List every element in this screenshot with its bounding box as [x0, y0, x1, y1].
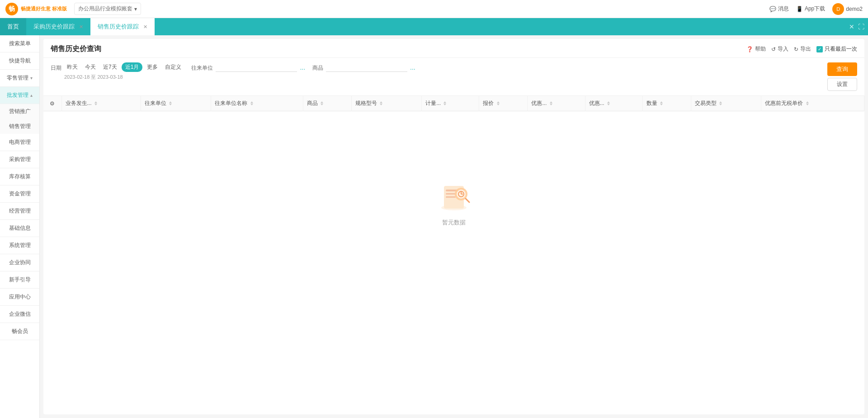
table-container: ⚙ 业务发生... 往来单位 往来单位名称 [43, 96, 864, 414]
maximize-icon[interactable]: ⛶ [858, 23, 864, 30]
logo-text: 畅捷通好生意 标准版 [21, 5, 67, 12]
tab-purchase-history[interactable]: 采购历史价跟踪 ✕ [26, 18, 90, 35]
logo-icon: 畅 [5, 3, 18, 15]
chevron-down-icon: ▾ [134, 6, 137, 12]
sidebar-item-ops-mgmt[interactable]: 经营管理 [0, 203, 39, 220]
date-btn-7days[interactable]: 近7天 [100, 62, 120, 72]
sidebar-item-marketing-promo[interactable]: 营销推广 [0, 104, 39, 119]
sales-history-tab-label: 销售历史价跟踪 [98, 23, 139, 31]
table-col-gear[interactable]: ⚙ [43, 96, 61, 111]
app-selector[interactable]: 办公用品行业模拟账套 ▾ [74, 3, 141, 15]
tab-close-purchase[interactable]: ✕ [79, 24, 83, 30]
table-col-unit[interactable]: 计量... [422, 96, 479, 111]
sidebar-item-label: 搜索菜单 [9, 40, 31, 48]
tab-sales-history[interactable]: 销售历史价跟踪 ✕ [90, 18, 155, 35]
table-header: ⚙ 业务发生... 往来单位 往来单位名称 [43, 96, 864, 111]
import-label: 导入 [778, 45, 788, 53]
sidebar-item-newbie-guide[interactable]: 新手引导 [0, 271, 39, 289]
message-action[interactable]: 💬 消息 [769, 5, 789, 13]
date-filter-group: 日期 昨天 今天 近7天 近1月 更多 自定义 2023-02-18 至 202… [51, 62, 184, 81]
export-button[interactable]: ↻ 导出 [794, 45, 811, 53]
sidebar-item-label: 企业微信 [9, 310, 31, 318]
sidebar-item-enterprise-collab[interactable]: 企业协同 [0, 254, 39, 271]
product-filter-label: 商品 [312, 62, 323, 72]
sidebar-item-label: 新手引导 [9, 276, 31, 284]
sidebar: 搜索菜单 快捷导航 零售管理 ▾ 批发管理 ▴ 营销推广 销售管理 电商管理 采… [0, 35, 40, 418]
sidebar-item-wholesale-mgmt[interactable]: 批发管理 ▴ [0, 87, 39, 104]
sidebar-item-enterprise-wechat[interactable]: 企业微信 [0, 306, 39, 323]
date-filter-label: 日期 [51, 62, 61, 72]
import-icon: ↺ [771, 46, 776, 52]
table-col-product[interactable]: 商品 [303, 96, 351, 111]
app-selector-label: 办公用品行业模拟账套 [78, 5, 132, 13]
partner-input[interactable] [216, 62, 297, 72]
sidebar-item-sales-mgmt[interactable]: 销售管理 [0, 119, 39, 134]
partner-input-group: ... [216, 62, 305, 72]
page-actions: ❓ 帮助 ↺ 导入 ↻ 导出 ✓ 只看最后一次 [746, 45, 857, 53]
sidebar-item-label: 采购管理 [9, 156, 31, 163]
user-name: demo2 [846, 6, 863, 12]
table-col-partner-name[interactable]: 往来单位名称 [211, 96, 303, 111]
date-btn-custom[interactable]: 自定义 [162, 62, 184, 72]
sidebar-item-inventory[interactable]: 库存核算 [0, 168, 39, 185]
sidebar-item-label: 资金管理 [9, 190, 31, 198]
partner-filter-group: 往来单位 ... [191, 62, 305, 72]
app-download-label: App下载 [805, 5, 825, 13]
sidebar-item-sys-mgmt[interactable]: 系统管理 [0, 237, 39, 254]
table-col-pre-tax-price[interactable]: 优惠前无税单价 [761, 96, 864, 111]
table-col-discount1[interactable]: 优惠... [528, 96, 585, 111]
date-btn-yesterday[interactable]: 昨天 [64, 62, 80, 72]
sidebar-item-search-menu[interactable]: 搜索菜单 [0, 35, 39, 52]
sidebar-item-finance-mgmt[interactable]: 资金管理 [0, 185, 39, 203]
empty-text: 暂元数据 [442, 218, 466, 227]
empty-state-content: 暂元数据 [436, 111, 472, 292]
sidebar-item-label: 经营管理 [9, 207, 31, 215]
table-col-quantity[interactable]: 数量 [642, 96, 691, 111]
download-icon: 📱 [796, 6, 803, 12]
empty-state-icon [436, 177, 472, 213]
sidebar-item-label: 系统管理 [9, 242, 31, 249]
filter-btn-group: 查询 设置 [827, 62, 857, 91]
tab-home[interactable]: 首页 [0, 18, 26, 35]
user-profile[interactable]: D demo2 [832, 3, 863, 15]
date-buttons: 昨天 今天 近7天 近1月 更多 自定义 2023-02-18 至 2023-0… [64, 62, 184, 81]
close-window-icon[interactable]: ✕ [849, 23, 854, 30]
sidebar-item-member[interactable]: 畅会员 [0, 323, 39, 340]
table-col-spec[interactable]: 规格型号 [351, 96, 421, 111]
date-btn-today[interactable]: 今天 [82, 62, 99, 72]
sidebar-item-basic-info[interactable]: 基础信息 [0, 220, 39, 237]
table-col-trade-type[interactable]: 交易类型 [691, 96, 761, 111]
sidebar-item-label: 快捷导航 [9, 57, 31, 65]
table-col-quote[interactable]: 报价 [479, 96, 528, 111]
date-btn-1month[interactable]: 近1月 [122, 62, 143, 72]
only-last-checkbox[interactable]: ✓ 只看最后一次 [816, 45, 857, 53]
home-tab-label: 首页 [7, 23, 19, 31]
partner-dots[interactable]: ... [300, 64, 305, 71]
settings-button[interactable]: 设置 [827, 78, 857, 91]
sidebar-item-label: 库存核算 [9, 173, 31, 180]
product-dots[interactable]: ... [410, 64, 415, 71]
table-col-biz-date[interactable]: 业务发生... [61, 96, 141, 111]
sidebar-item-app-center[interactable]: 应用中心 [0, 289, 39, 306]
sidebar-item-retail-mgmt[interactable]: 零售管理 ▾ [0, 70, 39, 87]
sidebar-item-ecom-mgmt[interactable]: 电商管理 [0, 134, 39, 151]
help-button[interactable]: ❓ 帮助 [746, 45, 766, 53]
content-area: 销售历史价查询 ❓ 帮助 ↺ 导入 ↻ 导出 ✓ [40, 35, 868, 418]
page-title: 销售历史价查询 [51, 44, 101, 54]
sidebar-item-label: 零售管理 [7, 74, 28, 82]
table-col-discount2[interactable]: 优惠... [585, 96, 642, 111]
tab-close-sales[interactable]: ✕ [143, 24, 147, 30]
sidebar-item-purchase-mgmt[interactable]: 采购管理 [0, 151, 39, 168]
sidebar-item-quick-nav[interactable]: 快捷导航 [0, 52, 39, 70]
app-download-action[interactable]: 📱 App下载 [796, 5, 825, 13]
query-button[interactable]: 查询 [827, 62, 857, 76]
table-col-partner-code[interactable]: 往来单位 [141, 96, 211, 111]
product-input[interactable] [326, 62, 407, 72]
message-icon: 💬 [769, 6, 776, 12]
sidebar-item-label: 销售管理 [9, 123, 31, 129]
data-table: ⚙ 业务发生... 往来单位 往来单位名称 [43, 96, 864, 111]
tab-bar-right: ✕ ⛶ [849, 23, 868, 30]
import-button[interactable]: ↺ 导入 [771, 45, 788, 53]
svg-line-7 [466, 199, 469, 202]
date-btn-more[interactable]: 更多 [144, 62, 160, 72]
